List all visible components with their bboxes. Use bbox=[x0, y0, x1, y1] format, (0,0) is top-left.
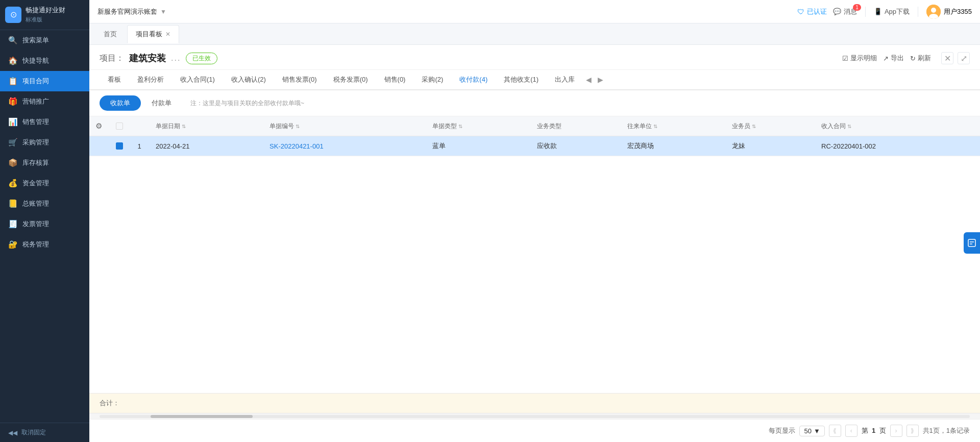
col-index-header bbox=[129, 116, 150, 136]
row-settings-cell bbox=[89, 136, 110, 156]
nav-arrow-right[interactable]: ▶ bbox=[595, 76, 606, 84]
col-date-header[interactable]: 单据日期 ⇅ bbox=[150, 116, 263, 136]
sidebar-item-label: 库存核算 bbox=[22, 158, 49, 167]
gift-icon: 🎁 bbox=[8, 97, 17, 106]
show-detail-action[interactable]: ☑ 显示明细 bbox=[842, 54, 877, 63]
sort-icon: ⇅ bbox=[296, 124, 300, 129]
table-scrollbar bbox=[89, 413, 980, 419]
maximize-button[interactable]: ⤢ bbox=[958, 52, 970, 64]
sidebar-item-label: 快捷导航 bbox=[22, 56, 49, 65]
message-button[interactable]: 💬 消息 1 bbox=[833, 7, 857, 16]
row-biztype-cell: 应收款 bbox=[531, 136, 621, 156]
last-page-button[interactable]: ⟫ bbox=[906, 425, 919, 437]
capital-icon: 💰 bbox=[8, 179, 17, 188]
nav-tab-purchase[interactable]: 采购(2) bbox=[413, 70, 451, 90]
col-partner-header[interactable]: 往来单位 ⇅ bbox=[621, 116, 726, 136]
row-checkbox[interactable] bbox=[116, 142, 123, 150]
nav-tab-income-contract[interactable]: 收入合同(1) bbox=[172, 70, 223, 90]
page-size-select[interactable]: 50 ▼ bbox=[799, 426, 824, 436]
sub-tab-payment[interactable]: 付款单 bbox=[141, 95, 182, 111]
sub-tab-receipt[interactable]: 收款单 bbox=[100, 95, 141, 111]
project-title: 建筑安装 bbox=[129, 52, 166, 64]
sidebar-item-quick-nav[interactable]: 🏠 快捷导航 bbox=[0, 51, 89, 71]
row-income-contract-cell: RC-20220401-002 bbox=[815, 136, 980, 156]
search-icon: 🔍 bbox=[8, 36, 17, 45]
nav-tab-other-income[interactable]: 其他收支(1) bbox=[496, 70, 547, 90]
sidebar-item-label: 项目合同 bbox=[22, 77, 49, 86]
phone-icon: 📱 bbox=[874, 8, 882, 15]
page-size-value: 50 bbox=[804, 427, 811, 435]
scrollbar-track bbox=[100, 415, 970, 418]
col-salesman-header[interactable]: 业务员 ⇅ bbox=[726, 116, 815, 136]
app-info: 畅捷通好业财 标准版 bbox=[26, 6, 65, 23]
sub-tabs: 收款单 付款单 注：这里是与项目关联的全部收付款单哦~ bbox=[89, 90, 980, 116]
project-header-actions: ☑ 显示明细 ↗ 导出 ↻ 刷新 ✕ ⤢ bbox=[842, 52, 970, 64]
account-dropdown-icon[interactable]: ▼ bbox=[160, 8, 166, 15]
sidebar-item-tax-mgmt[interactable]: 🔐 税务管理 bbox=[0, 234, 89, 255]
sidebar-item-marketing[interactable]: 🎁 营销推广 bbox=[0, 91, 89, 112]
sidebar-item-capital-mgmt[interactable]: 💰 资金管理 bbox=[0, 173, 89, 193]
tab-home[interactable]: 首页 bbox=[95, 26, 125, 43]
table-header-row: ⚙ 单据日期 ⇅ bbox=[89, 116, 980, 136]
svg-point-1 bbox=[931, 8, 936, 13]
row-checkbox-cell bbox=[110, 136, 129, 156]
sidebar-item-search[interactable]: 🔍 搜索菜单 bbox=[0, 30, 89, 51]
row-number-cell: SK-20220421-001 bbox=[263, 136, 426, 156]
data-table: ⚙ 单据日期 ⇅ bbox=[89, 116, 980, 156]
row-doctype-cell: 蓝单 bbox=[426, 136, 531, 156]
column-settings-icon[interactable]: ⚙ bbox=[95, 121, 102, 130]
col-number-header[interactable]: 单据编号 ⇅ bbox=[263, 116, 426, 136]
first-page-button[interactable]: ⟪ bbox=[829, 425, 841, 437]
contract-icon: 📋 bbox=[8, 77, 17, 86]
nav-tab-kanban[interactable]: 看板 bbox=[100, 70, 129, 90]
prev-page-button[interactable]: ‹ bbox=[845, 425, 857, 437]
tab-project-board[interactable]: 项目看板 ✕ bbox=[127, 25, 179, 43]
sidebar-item-label: 营销推广 bbox=[22, 97, 49, 106]
doc-number-link[interactable]: SK-20220421-001 bbox=[270, 142, 324, 150]
close-button[interactable]: ✕ bbox=[941, 52, 953, 64]
sidebar-footer-unpin[interactable]: ◀◀ 取消固定 bbox=[0, 423, 89, 442]
col-settings-header: ⚙ bbox=[89, 116, 110, 136]
main-area: 新服务官网演示账套 ▼ 🛡 已认证 💬 消息 1 📱 App下载 bbox=[89, 0, 980, 442]
nav-tab-profit[interactable]: 盈利分析 bbox=[129, 70, 172, 90]
purchase-icon: 🛒 bbox=[8, 138, 17, 147]
project-more-button[interactable]: ... bbox=[171, 54, 181, 63]
shield-icon: 🛡 bbox=[797, 8, 804, 16]
topbar-account: 新服务官网演示账套 ▼ bbox=[97, 7, 791, 16]
export-action[interactable]: ↗ 导出 bbox=[883, 54, 904, 63]
topbar-user[interactable]: 用户3355 bbox=[926, 5, 972, 19]
nav-tab-sales[interactable]: 销售(0) bbox=[376, 70, 414, 90]
app-download-button[interactable]: 📱 App下载 bbox=[874, 7, 910, 16]
nav-tab-income-confirm[interactable]: 收入确认(2) bbox=[223, 70, 274, 90]
col-doctype-header[interactable]: 单据类型 ⇅ bbox=[426, 116, 531, 136]
sidebar-item-label: 销售管理 bbox=[22, 117, 49, 127]
avatar bbox=[926, 5, 941, 19]
table-row[interactable]: 1 2022-04-21 SK-20220421-001 蓝单 bbox=[89, 136, 980, 156]
nav-arrow-left[interactable]: ◀ bbox=[583, 76, 595, 84]
topbar-cert: 🛡 已认证 bbox=[797, 7, 827, 16]
nav-tab-in-out[interactable]: 出入库 bbox=[547, 70, 583, 90]
account-name: 新服务官网演示账套 bbox=[97, 7, 157, 16]
sidebar-item-purchase-mgmt[interactable]: 🛒 采购管理 bbox=[0, 132, 89, 153]
sidebar-item-inventory[interactable]: 📦 库存核算 bbox=[0, 153, 89, 173]
floating-action-button[interactable] bbox=[964, 232, 980, 254]
sidebar-item-invoice-mgmt[interactable]: 🧾 发票管理 bbox=[0, 214, 89, 234]
tab-close-icon[interactable]: ✕ bbox=[165, 31, 170, 38]
message-icon: 💬 bbox=[833, 8, 841, 15]
sidebar-item-label: 采购管理 bbox=[22, 138, 49, 147]
scrollbar-thumb[interactable] bbox=[151, 415, 253, 418]
sidebar-item-project-contract[interactable]: 📋 项目合同 bbox=[0, 71, 89, 91]
sidebar-item-label: 发票管理 bbox=[22, 219, 49, 229]
topbar-right: 💬 消息 1 📱 App下载 用户3355 bbox=[833, 5, 972, 19]
show-detail-label: 显示明细 bbox=[850, 54, 877, 63]
nav-tab-tax-invoice[interactable]: 税务发票(0) bbox=[325, 70, 376, 90]
next-page-button[interactable]: › bbox=[890, 425, 902, 437]
sidebar-item-sales-mgmt[interactable]: 📊 销售管理 bbox=[0, 112, 89, 132]
refresh-action[interactable]: ↻ 刷新 bbox=[910, 54, 931, 63]
svg-rect-3 bbox=[968, 239, 975, 247]
nav-tab-sales-invoice[interactable]: 销售发票(0) bbox=[274, 70, 325, 90]
select-all-checkbox[interactable] bbox=[116, 122, 123, 130]
sidebar-item-ledger-mgmt[interactable]: 📒 总账管理 bbox=[0, 193, 89, 214]
nav-tab-payment[interactable]: 收付款(4) bbox=[451, 70, 496, 90]
col-income-contract-header[interactable]: 收入合同 ⇅ bbox=[815, 116, 980, 136]
